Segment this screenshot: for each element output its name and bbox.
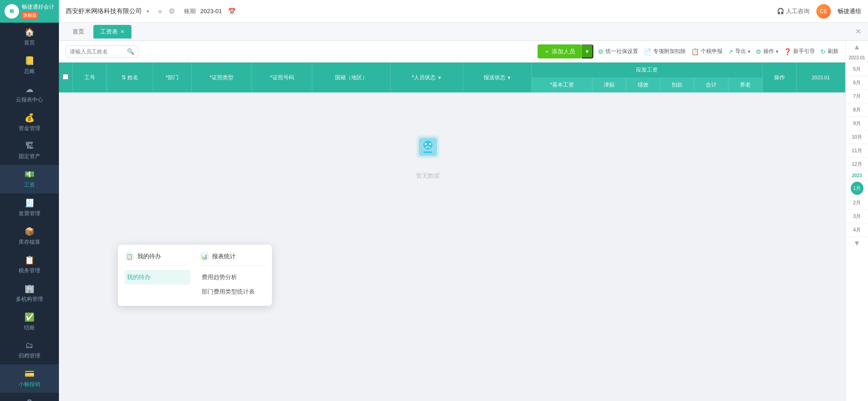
- checkbox-header[interactable]: [59, 63, 73, 92]
- topbar-add-icon[interactable]: ＋: [156, 6, 164, 17]
- archive-icon: 🗂: [25, 341, 34, 350]
- tab-home[interactable]: 首页: [66, 25, 91, 39]
- sidebar-item-basic-settings[interactable]: ⚙ 基础设置: [0, 393, 59, 401]
- sidebar: 畅 畅捷通好会计 旗舰版 🏠 首页 📒 总账 ☁ 云报表中心 💰 资金管理 🏗 …: [0, 0, 59, 401]
- user-name: 畅捷通组: [838, 7, 861, 15]
- month-item-1-active[interactable]: 1月: [851, 182, 863, 195]
- refresh-action[interactable]: ↻ 刷新: [820, 48, 839, 55]
- home-icon: 🏠: [24, 27, 34, 37]
- th-allowance: 津贴: [592, 77, 626, 92]
- content-area: 🔍 ＋ 添加人员 ▾ ⚙ 统一社保设置: [59, 41, 868, 401]
- svg-point-4: [425, 143, 427, 145]
- report-col-icon: 📊: [199, 251, 209, 261]
- th-name[interactable]: ⇅ 姓名: [107, 63, 153, 92]
- month-item-12[interactable]: 12月: [846, 158, 868, 171]
- popup-col-report-header: 📊 报表统计: [199, 251, 265, 266]
- cloud-icon: ☁: [25, 84, 34, 94]
- sidebar-item-multi-org[interactable]: 🏢 多机构管理: [0, 279, 59, 308]
- svg-rect-3: [423, 151, 432, 153]
- th-id-type: *证照类型: [191, 63, 252, 92]
- sidebar-item-ledger-label: 总账: [24, 68, 35, 75]
- sidebar-item-funds[interactable]: 💰 资金管理: [0, 108, 59, 137]
- popup-col-report: 📊 报表统计 费用趋势分析 部门费用类型统计表: [199, 251, 265, 299]
- month-item-3[interactable]: 3月: [846, 210, 868, 223]
- tab-close-all-icon[interactable]: ✕: [855, 27, 861, 36]
- sidebar-item-ledger[interactable]: 📒 总账: [0, 51, 59, 80]
- export-action[interactable]: ↗ 导出 ▾: [728, 48, 750, 55]
- th-actions: 操作: [762, 63, 796, 92]
- period-value: 2023-01: [200, 8, 222, 14]
- th-submit-status[interactable]: 报送状态 ▼: [463, 63, 532, 92]
- month-item-5[interactable]: 5月: [846, 63, 868, 76]
- logo: 畅 畅捷通好会计 旗舰版: [0, 0, 59, 23]
- empty-state: 暂无数据: [59, 92, 796, 216]
- popup-item-my-todo[interactable]: 我的待办: [125, 270, 190, 285]
- operation-chevron: ▾: [776, 49, 778, 54]
- sidebar-item-inventory[interactable]: 📦 库存核算: [0, 222, 59, 251]
- month-item-11[interactable]: 11月: [846, 144, 868, 158]
- search-icon: 🔍: [127, 48, 134, 55]
- toolbar-actions: ⚙ 统一社保设置 📄 专项附加扣除 📋 个税申报 ↗: [598, 48, 839, 55]
- operation-icon: ⚙: [756, 48, 761, 55]
- salary-icon: 💵: [24, 169, 34, 179]
- add-person-button[interactable]: ＋ 添加人员: [538, 44, 582, 58]
- add-person-dropdown-button[interactable]: ▾: [582, 44, 593, 58]
- month-item-4[interactable]: 4月: [846, 223, 868, 237]
- topbar-settings-icon[interactable]: ⚙: [169, 7, 175, 15]
- sidebar-item-expense[interactable]: 💳 小畅报销: [0, 364, 59, 393]
- deduction-icon: 📄: [644, 48, 651, 55]
- period-calendar-icon[interactable]: 📅: [228, 8, 236, 15]
- ledger-icon: 📒: [24, 56, 34, 66]
- month-item-8[interactable]: 8月: [846, 103, 868, 117]
- tab-salary[interactable]: 工资表 ✕: [93, 25, 131, 39]
- export-chevron: ▾: [748, 49, 750, 54]
- select-all-checkbox[interactable]: [63, 74, 68, 80]
- sidebar-item-close-label: 结账: [24, 324, 35, 332]
- month-item-9[interactable]: 9月: [846, 117, 868, 130]
- th-id-number: *证照号码: [252, 63, 312, 92]
- sidebar-item-assets[interactable]: 🏗 固定资产: [0, 137, 59, 165]
- special-deduction-action[interactable]: 📄 专项附加扣除: [644, 48, 686, 55]
- sidebar-item-tax[interactable]: 📋 税务管理: [0, 251, 59, 279]
- operation-label: 操作: [763, 48, 774, 55]
- social-icon: ⚙: [598, 48, 604, 55]
- company-dropdown-icon[interactable]: ▾: [146, 8, 149, 14]
- search-box[interactable]: 🔍: [66, 45, 138, 58]
- svg-point-2: [423, 140, 432, 150]
- social-insurance-action[interactable]: ⚙ 统一社保设置: [598, 48, 638, 55]
- th-status[interactable]: *人员状态 ▼: [391, 63, 463, 92]
- salary-table: 工号 ⇅ 姓名 *部门 *证照类型 *证照号码 国籍（地区） *人员状态: [59, 63, 845, 216]
- guide-toolbar-icon: ❓: [784, 48, 791, 55]
- tax-report-label: 个税申报: [701, 48, 723, 55]
- month-item-7[interactable]: 7月: [846, 90, 868, 103]
- tab-close-icon[interactable]: ✕: [120, 29, 125, 35]
- service-label: 人工咨询: [786, 7, 810, 15]
- sidebar-item-invoice[interactable]: 🧾 发票管理: [0, 193, 59, 222]
- nav-down-arrow[interactable]: ▼: [851, 237, 863, 250]
- sidebar-item-archive[interactable]: 🗂 归档管理: [0, 336, 59, 364]
- sidebar-item-close-account[interactable]: ✅ 结账: [0, 308, 59, 336]
- svg-point-5: [429, 143, 431, 145]
- sidebar-item-inventory-label: 库存核算: [19, 238, 40, 246]
- sidebar-item-home[interactable]: 🏠 首页: [0, 23, 59, 51]
- guide-action[interactable]: ❓ 新手引导: [784, 48, 815, 55]
- sidebar-item-home-label: 首页: [24, 39, 35, 47]
- popup-item-dept-expense[interactable]: 部门费用类型统计表: [199, 285, 265, 299]
- month-item-10[interactable]: 10月: [846, 130, 868, 144]
- topbar: 西安虾米网络科技有限公司 ▾ ＋ ⚙ 账期 2023-01 📅 🎧 人工咨询 C…: [59, 0, 868, 23]
- operation-action[interactable]: ⚙ 操作 ▾: [756, 48, 778, 55]
- month-item-2[interactable]: 2月: [846, 196, 868, 210]
- expense-icon: 💳: [24, 369, 34, 379]
- user-avatar: CE: [816, 4, 831, 19]
- add-icon: ＋: [544, 48, 550, 56]
- search-input[interactable]: [70, 48, 125, 55]
- sidebar-item-cloud-report[interactable]: ☁ 云报表中心: [0, 80, 59, 108]
- sidebar-item-salary[interactable]: 💵 工资: [0, 165, 59, 193]
- tax-report-action[interactable]: 📋 个税申报: [691, 48, 723, 55]
- tax-icon: 📋: [24, 255, 34, 265]
- month-item-6[interactable]: 6月: [846, 76, 868, 90]
- popup-item-expense-trend[interactable]: 费用趋势分析: [199, 270, 265, 285]
- service-button[interactable]: 🎧 人工咨询: [777, 7, 810, 15]
- nav-up-arrow[interactable]: ▲: [851, 41, 863, 53]
- sort-icon: ⇅: [121, 74, 126, 81]
